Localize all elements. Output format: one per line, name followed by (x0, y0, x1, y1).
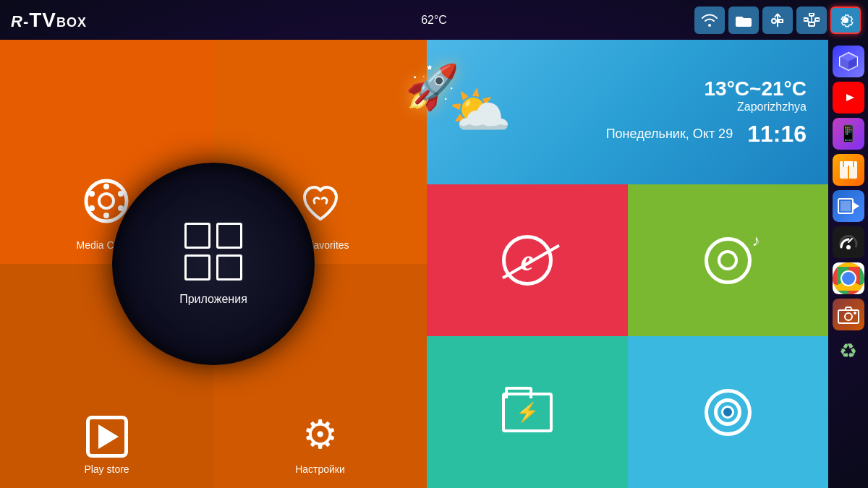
top-bar: R-TVBOX 62°C (0, 0, 868, 40)
folder-button[interactable] (728, 7, 759, 34)
music-tile[interactable]: ♪ (628, 184, 829, 336)
camera-icon (833, 299, 864, 330)
lightning-icon: ⚡ (516, 401, 539, 424)
play-store-label: Play store (84, 463, 129, 475)
sidebar-package-app[interactable] (833, 154, 864, 186)
settings-highlighted-button[interactable] (830, 7, 861, 34)
rocket-decoration: 🚀 (414, 61, 450, 221)
youtube-icon (833, 82, 864, 114)
svg-rect-31 (841, 201, 851, 211)
settings-icon: ⚙ (302, 411, 338, 458)
svg-point-36 (854, 312, 856, 314)
chrome-icon (833, 262, 864, 294)
applications-label: Приложения (179, 293, 247, 306)
music-note: ♪ (752, 231, 760, 250)
main-layout: Media Center My Favorites (0, 40, 828, 488)
right-sidebar: 📱 (828, 40, 868, 488)
svg-line-9 (812, 21, 817, 22)
svg-point-14 (118, 205, 124, 211)
browser-inner-wrapper (713, 398, 742, 427)
sidebar-video-app[interactable] (833, 190, 864, 222)
sidebar-youtube-app[interactable] (833, 82, 864, 114)
chrome-inner-ring (841, 270, 856, 286)
applications-circle[interactable]: Приложения (112, 163, 315, 365)
sidebar-cube-app[interactable] (833, 46, 864, 77)
usb-button[interactable] (762, 7, 793, 34)
top-icon-bar (694, 7, 861, 34)
weather-tile[interactable]: ⛅ 13°C~21°C Zaporizhzhya Понедельник, Ок… (427, 40, 828, 184)
svg-point-16 (89, 205, 95, 211)
files-tile[interactable]: ⚡ (427, 336, 628, 488)
svg-point-15 (103, 213, 109, 218)
disc-icon (705, 237, 752, 284)
svg-point-33 (846, 245, 851, 249)
svg-marker-30 (854, 202, 859, 210)
svg-rect-5 (815, 18, 820, 21)
sidebar-speedtest-app[interactable] (833, 226, 864, 258)
app-square-4 (216, 254, 242, 281)
play-store-icon (86, 416, 128, 458)
folder-icon: ⚡ (502, 393, 553, 432)
svg-rect-6 (809, 13, 814, 16)
network-button[interactable] (796, 7, 827, 34)
right-panel: ⛅ 13°C~21°C Zaporizhzhya Понедельник, Ок… (427, 40, 828, 488)
svg-rect-2 (779, 20, 783, 22)
settings-label: Настройки (295, 463, 345, 475)
svg-point-17 (89, 191, 95, 197)
svg-point-12 (103, 184, 109, 189)
apps-grid-icon (184, 223, 242, 281)
weather-date: Понедельник, Окт 29 (606, 127, 733, 142)
chrome-outer-ring (833, 262, 864, 294)
svg-point-35 (845, 313, 852, 320)
wifi-button[interactable] (694, 7, 725, 34)
weather-time: 11:16 (747, 121, 807, 147)
music-icon-wrapper: ♪ (705, 237, 752, 284)
browser-outer-ring (714, 398, 741, 426)
ie-tile[interactable]: e (427, 184, 628, 336)
play-wrapper (86, 416, 128, 458)
app-square-2 (216, 223, 242, 249)
browser-tile[interactable] (628, 336, 829, 488)
cube-icon (833, 46, 864, 77)
weather-city: Zaporizhzhya (737, 100, 807, 114)
left-panel: Media Center My Favorites (0, 40, 427, 488)
folder-icon-wrapper: ⚡ (502, 393, 553, 432)
app-tiles-grid: e ♪ ⚡ (427, 184, 828, 488)
svg-point-1 (772, 19, 776, 23)
recycle-icon: ♻ (833, 335, 864, 367)
play-triangle (98, 424, 119, 449)
svg-point-13 (118, 191, 124, 197)
svg-rect-3 (809, 22, 814, 26)
svg-rect-4 (804, 18, 808, 21)
svg-line-8 (806, 21, 812, 22)
sidebar-chrome-app[interactable] (833, 262, 864, 294)
app-square-1 (184, 223, 210, 249)
svg-point-11 (99, 194, 114, 208)
app-logo: R-TVBOX (11, 9, 87, 32)
weather-temperature: 13°C~21°C (705, 77, 807, 100)
rocket-icon: 🚀 (405, 61, 459, 113)
cpu-temperature: 62°C (421, 14, 447, 27)
speedtest-icon (833, 226, 864, 258)
sidebar-social-app[interactable]: 📱 (833, 118, 864, 150)
app-square-3 (184, 254, 210, 281)
weather-right: 13°C~21°C Zaporizhzhya Понедельник, Окт … (606, 77, 807, 147)
video-icon (833, 190, 864, 222)
ie-icon: e (502, 235, 553, 286)
package-icon (833, 154, 864, 186)
sidebar-recycle-app[interactable]: ♻ (833, 335, 864, 367)
social-icon: 📱 (833, 118, 864, 150)
browser-icon (705, 389, 752, 436)
sidebar-camera-app[interactable] (833, 299, 864, 330)
